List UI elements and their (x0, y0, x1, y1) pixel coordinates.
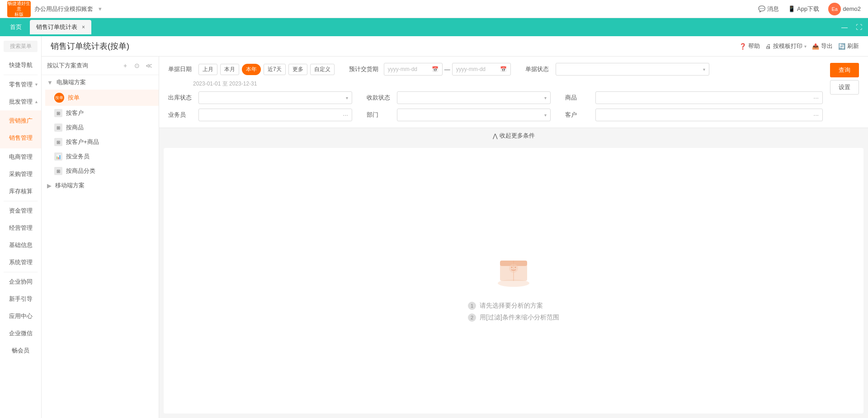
tree-item-by-salesperson[interactable]: 📊 按业务员 (45, 149, 159, 164)
tree-item-by-goods[interactable]: ⊞ 按商品 (45, 120, 159, 135)
sidebar-item-operations[interactable]: 经营管理 (0, 219, 41, 237)
sidebar-item-marketing[interactable]: 营销推广 (0, 112, 41, 129)
sidebar-item-sales[interactable]: 销售管理 (0, 129, 41, 147)
tree-expand-icon: ▼ (47, 79, 53, 86)
sidebar-label-shortcuts: 快捷导航 (9, 62, 33, 68)
settings-button[interactable]: 设置 (830, 80, 859, 95)
collapse-button[interactable]: ⋀ 收起更多条件 (493, 132, 535, 140)
tree-label-category: 按商品分类 (66, 167, 95, 175)
tree-label-cg: 按客户+商品 (66, 138, 99, 146)
payment-arrow: ▾ (544, 95, 547, 100)
topbar-title: 办公用品行业模拟账套 (34, 5, 93, 13)
app-download-button[interactable]: 📱 App下载 (788, 5, 819, 13)
payment-label: 收款状态 (367, 94, 392, 102)
expected-date-to-placeholder: yyyy-mm-dd (456, 66, 486, 72)
sidebar-item-system[interactable]: 系统管理 (0, 254, 41, 271)
date-separator: — (444, 66, 450, 73)
shipping-arrow: ▾ (346, 95, 348, 100)
status-select[interactable]: ▾ (556, 63, 709, 76)
tree-expand-mobile-icon: ▶ (47, 182, 52, 189)
collapse-row: ⋀ 收起更多条件 (159, 128, 868, 143)
tree-label-order: 按单 (68, 94, 80, 102)
goods-select[interactable]: ··· (595, 91, 823, 104)
sidebar-item-cooperation[interactable]: 企业协同 (0, 273, 41, 290)
date-btn-more[interactable]: 更多 (288, 64, 307, 75)
date-btn-last-month[interactable]: 上月 (198, 64, 217, 75)
export-button[interactable]: 📤 导出 (812, 42, 833, 50)
calendar-from-icon[interactable]: 📅 (432, 66, 439, 72)
status-filter-label: 单据状态 (525, 65, 550, 73)
user-avatar-area[interactable]: Ea demo2 (828, 3, 861, 15)
help-button[interactable]: ❓ 帮助 (739, 42, 760, 50)
sidebar-item-apps[interactable]: 应用中心 (0, 308, 41, 325)
sidebar-item-beginner[interactable]: 新手引导 (0, 290, 41, 308)
tip-text-2: 用[过滤]条件来缩小分析范围 (480, 314, 559, 322)
expected-date-from-placeholder: yyyy-mm-dd (388, 66, 417, 72)
tree-label-goods: 按商品 (66, 124, 84, 132)
sidebar-item-retail[interactable]: 零售管理 (0, 76, 41, 93)
tree-item-by-category[interactable]: ⊞ 按商品分类 (45, 164, 159, 178)
dept-select[interactable]: ▾ (397, 109, 551, 121)
tab-home[interactable]: 首页 (4, 20, 28, 34)
topbar-right: 💬 消息 📱 App下载 Ea demo2 (758, 3, 861, 15)
customer-dots[interactable]: ··· (813, 111, 819, 119)
tip-num-1: 1 (468, 302, 476, 310)
sidebar-item-wechat[interactable]: 企业微信 (0, 325, 41, 342)
tree-section-pc[interactable]: ▼ 电脑端方案 (42, 75, 159, 90)
tree-section-mobile[interactable]: ▶ 移动端方案 (42, 178, 159, 193)
sidebar-item-member[interactable]: 畅会员 (0, 342, 41, 359)
close-tab-icon[interactable]: × (82, 24, 85, 30)
expected-date-label: 预计交货期 (349, 65, 378, 73)
date-btn-custom[interactable]: 自定义 (310, 64, 335, 75)
query-button-group: 查询 设置 (830, 63, 859, 95)
tree-icon-goods: ⊞ (54, 124, 62, 132)
customer-select[interactable]: ··· (595, 109, 823, 121)
sidebar-item-base[interactable]: 基础信息 (0, 237, 41, 254)
goods-label: 商品 (565, 94, 590, 102)
filter-row-2: 出库状态 ▾ 收款状态 ▾ 商品 (168, 91, 823, 104)
tree-item-by-customer[interactable]: ⊞ 按客户 (45, 106, 159, 120)
goods-dots[interactable]: ··· (813, 94, 819, 101)
tree-item-by-customer-goods[interactable]: ⊞ 按客户+商品 (45, 135, 159, 149)
calendar-to-icon[interactable]: 📅 (500, 66, 507, 72)
sidebar-item-inventory[interactable]: 库存核算 (0, 183, 41, 200)
shipping-select[interactable]: ▾ (198, 91, 352, 104)
tab-active[interactable]: 销售订单统计表 × (30, 20, 91, 34)
help-icon: ❓ (739, 43, 746, 50)
collapse-panel-button[interactable]: ≪ (144, 61, 153, 70)
sidebar-item-purchase[interactable]: 采购管理 (0, 166, 41, 183)
date-btn-this-month[interactable]: 本月 (220, 64, 239, 75)
minimize-button[interactable]: — (839, 22, 850, 33)
window-controls: — ⛶ (839, 22, 864, 33)
status-select-arrow: ▾ (703, 67, 705, 72)
topbar-dropdown-icon[interactable]: ▾ (99, 5, 102, 12)
expected-date-to[interactable]: yyyy-mm-dd 📅 (452, 63, 511, 76)
empty-tip-2: 2 用[过滤]条件来缩小分析范围 (468, 314, 559, 322)
salesperson-select[interactable]: ··· (198, 109, 352, 121)
tree-item-by-order[interactable]: 按单 按单 (45, 90, 159, 106)
sidebar-item-search[interactable]: 搜索菜单 (0, 36, 41, 57)
expected-date-from[interactable]: yyyy-mm-dd 📅 (384, 63, 443, 76)
date-btn-7days[interactable]: 近7天 (264, 64, 286, 75)
sidebar-item-ecommerce[interactable]: 电商管理 (0, 148, 41, 166)
sidebar-item-wholesale[interactable]: 批发管理 (0, 93, 41, 110)
tree-section-label: 电脑端方案 (57, 78, 86, 86)
date-filter-label: 单据日期 (168, 65, 193, 73)
tabbar: 首页 销售订单统计表 × — ⛶ (0, 18, 868, 36)
maximize-button[interactable]: ⛶ (854, 22, 864, 33)
tree-icon-salesperson: 📊 (54, 152, 62, 161)
scheme-settings-button[interactable]: ⊙ (132, 61, 142, 70)
print-button[interactable]: 🖨 按模板打印 ▾ (765, 42, 807, 50)
date-btn-this-year[interactable]: 本年 (242, 64, 261, 75)
tip-num-2: 2 (468, 314, 476, 322)
query-button[interactable]: 查询 (830, 63, 859, 77)
add-scheme-button[interactable]: + (121, 61, 130, 70)
payment-select[interactable]: ▾ (397, 91, 551, 104)
message-button[interactable]: 💬 消息 (758, 5, 779, 13)
sidebar-item-finance[interactable]: 资金管理 (0, 202, 41, 219)
refresh-button[interactable]: 🔄 刷新 (838, 42, 859, 50)
salesperson-dots[interactable]: ··· (343, 111, 348, 119)
sidebar-item-shortcuts[interactable]: 快捷导航 (0, 57, 41, 74)
print-dropdown-icon[interactable]: ▾ (804, 44, 807, 49)
dept-label: 部门 (367, 111, 392, 119)
